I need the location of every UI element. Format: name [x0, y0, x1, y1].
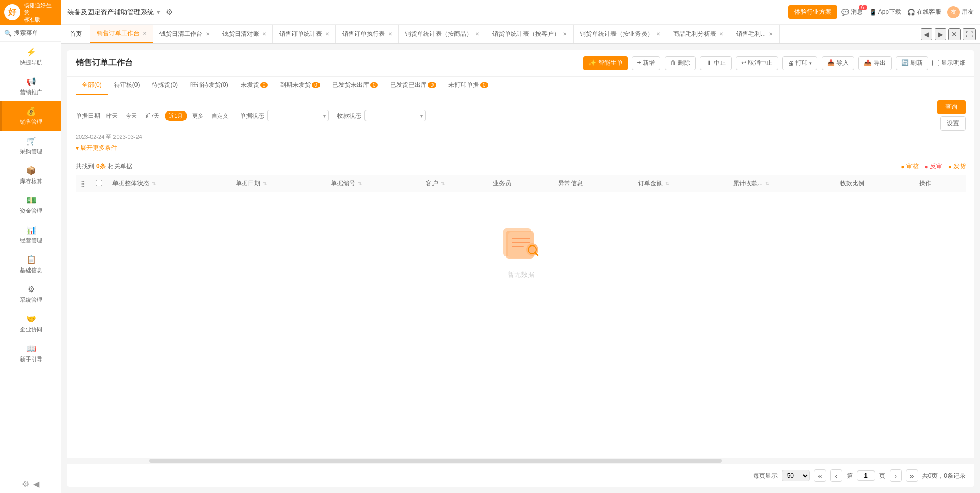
detail-checkbox-label[interactable]: 显示明细: [932, 59, 966, 68]
tab-close-icon[interactable]: ✕: [563, 31, 567, 37]
sort-status-icon[interactable]: ⇅: [152, 181, 156, 186]
industry-solution-button[interactable]: 体验行业方案: [788, 5, 837, 19]
query-button[interactable]: 查询: [937, 100, 966, 114]
sidebar-item-finance[interactable]: 💵 资金管理: [0, 190, 61, 220]
check-all[interactable]: [96, 180, 102, 186]
sidebar-item-purchase[interactable]: 🛒 采购管理: [0, 131, 61, 161]
date-1month-btn[interactable]: 近1月: [165, 111, 187, 121]
sidebar-item-search[interactable]: 🔍 搜索菜单: [0, 25, 61, 42]
message-btn[interactable]: 💬 消息 6: [841, 8, 863, 16]
subtab-all[interactable]: 全部(0): [76, 77, 108, 95]
date-yesterday-btn[interactable]: 昨天: [103, 111, 121, 121]
stop-button[interactable]: ⏸ 中止: [700, 56, 731, 70]
sidebar-item-basic[interactable]: 📋 基础信息: [0, 250, 61, 279]
sort-date-icon[interactable]: ⇅: [263, 181, 267, 186]
detail-checkbox[interactable]: [932, 60, 939, 66]
tab-close-icon[interactable]: ✕: [325, 31, 329, 37]
smart-create-button[interactable]: ✨ 智能生单: [583, 56, 627, 70]
cancel-stop-button[interactable]: ↩ 取消中止: [736, 56, 778, 70]
sidebar-item-cooperation[interactable]: 🤝 企业协同: [0, 309, 61, 339]
next-page-btn[interactable]: ›: [890, 469, 902, 482]
tab-close-icon[interactable]: ✕: [769, 31, 773, 37]
tab-product-stats[interactable]: 销货单统计表（按商品） ✕: [399, 25, 486, 43]
refresh-button[interactable]: 🔄 刷新: [896, 56, 928, 70]
sidebar-item-system[interactable]: ⚙ 系统管理: [0, 279, 61, 309]
subtab-pending-pick[interactable]: 待拣货(0): [146, 77, 184, 95]
collapse-btn[interactable]: ◀: [33, 479, 39, 489]
tab-nav-next[interactable]: ▶: [935, 28, 946, 40]
tab-close-icon[interactable]: ✕: [143, 31, 147, 36]
tab-close-icon[interactable]: ✕: [719, 31, 723, 37]
date-custom-btn[interactable]: 自定义: [209, 111, 232, 121]
sort-number-icon[interactable]: ⇅: [358, 181, 362, 186]
title-dropdown-arrow[interactable]: ▾: [157, 8, 161, 16]
tab-staff-stats[interactable]: 销货单统计表（按业务员） ✕: [574, 25, 667, 43]
tab-close-icon[interactable]: ✕: [206, 31, 210, 37]
page-number-input[interactable]: [857, 470, 875, 481]
topbar-gear-icon[interactable]: ⚙: [166, 7, 173, 17]
filter-area: 单据日期 昨天 今天 近7天 近1月 更多 自定义 单据状态: [67, 95, 974, 158]
subtab-undelivered[interactable]: 未发货0: [235, 77, 275, 95]
tab-close-icon[interactable]: ✕: [262, 31, 266, 37]
tab-close-icon[interactable]: ✕: [656, 31, 660, 37]
tab-close-all[interactable]: ✕: [948, 28, 961, 40]
unaudit-btn[interactable]: ● 反审: [925, 162, 942, 171]
delete-button[interactable]: 🗑 删除: [665, 56, 696, 70]
collect-select[interactable]: [364, 110, 426, 121]
user-menu[interactable]: 友 用友: [947, 6, 974, 18]
sort-customer-icon[interactable]: ⇅: [441, 181, 445, 186]
import-button[interactable]: 📥 导入: [822, 56, 854, 70]
subtab-overdue[interactable]: 到期未发货0: [274, 77, 326, 95]
tab-duizhang[interactable]: 钱货日清对账 ✕: [216, 25, 273, 43]
sidebar-item-quick[interactable]: ⚡ 快捷导航: [0, 42, 61, 72]
tab-customer-stats[interactable]: 销货单统计表（按客户） ✕: [486, 25, 574, 43]
sidebar-item-sales[interactable]: 💰 销售管理: [0, 101, 61, 131]
tab-home[interactable]: 首页: [61, 25, 90, 43]
tab-sales-workbench[interactable]: 销售订单工作台 ✕: [90, 25, 153, 43]
subtab-pending-audit[interactable]: 待审核(0): [108, 77, 146, 95]
sidebar-item-management[interactable]: 📊 经营管理: [0, 220, 61, 250]
sidebar-item-guide[interactable]: 📖 新手引导: [0, 339, 61, 368]
audit-btn[interactable]: ● 审核: [901, 162, 918, 171]
prev-page-btn[interactable]: ‹: [830, 469, 842, 482]
sidebar-item-label: 销售管理: [20, 118, 42, 126]
tab-sales-stats[interactable]: 销售订单统计表 ✕: [273, 25, 336, 43]
tab-gross-profit[interactable]: 商品毛利分析表 ✕: [667, 25, 730, 43]
sort-amount-icon[interactable]: ⇅: [665, 181, 669, 186]
tab-close-icon[interactable]: ✕: [388, 31, 392, 37]
empty-state: 暂无数据: [76, 192, 966, 310]
last-page-btn[interactable]: »: [906, 469, 918, 482]
tab-qianhuori[interactable]: 钱货日清工作台 ✕: [153, 25, 216, 43]
settings-bottom-btn[interactable]: ⚙: [22, 479, 29, 489]
date-today-btn[interactable]: 今天: [123, 111, 140, 121]
status-select[interactable]: [267, 110, 329, 121]
export-button[interactable]: 📤 导出: [858, 56, 891, 70]
online-service-btn[interactable]: 🎧 在线客服: [907, 8, 941, 16]
subtab-shipped-out[interactable]: 已发货已出库0: [384, 77, 442, 95]
print-button[interactable]: 🖨 🖨 打印 打印 ▾: [782, 56, 817, 70]
scrollbar-thumb[interactable]: [149, 459, 722, 463]
th-number: 单据编号 ⇅: [326, 175, 421, 192]
date-7days-btn[interactable]: 近7天: [142, 111, 163, 121]
tab-sales-exec[interactable]: 销售订单执行表 ✕: [336, 25, 399, 43]
expand-filter-btn[interactable]: ▾ 展开更多条件: [76, 144, 966, 152]
date-more-btn[interactable]: 更多: [189, 111, 207, 121]
subtab-not-printed[interactable]: 未打印单据0: [442, 77, 494, 95]
per-page-select[interactable]: 50 100 200: [782, 470, 810, 481]
subtab-shipped-not-out[interactable]: 已发货未出库0: [326, 77, 384, 95]
tab-nav-prev[interactable]: ◀: [921, 28, 932, 40]
tab-close-icon[interactable]: ✕: [475, 31, 480, 37]
set-button[interactable]: 设置: [940, 116, 966, 131]
horizontal-scrollbar[interactable]: [67, 458, 974, 464]
sidebar-item-marketing[interactable]: 📢 营销推广: [0, 72, 61, 101]
sidebar-item-inventory[interactable]: 📦 库存核算: [0, 161, 61, 190]
th-amount: 订单金额 ⇅: [633, 175, 728, 192]
subtab-wangpu-pending[interactable]: 旺铺待发货(0): [184, 77, 235, 95]
deliver-btn[interactable]: ● 发货: [948, 162, 966, 171]
tab-sales-more[interactable]: 销售毛利... ✕: [730, 25, 780, 43]
app-download-btn[interactable]: 📱 App下载: [869, 8, 901, 16]
first-page-btn[interactable]: «: [814, 469, 826, 482]
tab-fullscreen[interactable]: ⛶: [963, 28, 976, 40]
sort-collected-icon[interactable]: ⇅: [765, 181, 769, 186]
add-button[interactable]: + 新增: [632, 56, 660, 70]
